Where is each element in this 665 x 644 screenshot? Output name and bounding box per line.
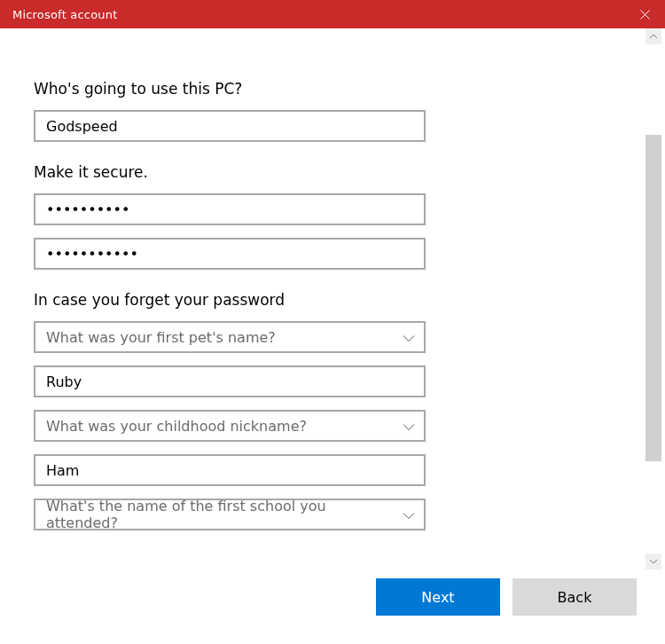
security-question-2-select[interactable]: What was your childhood nickname? <box>34 410 426 442</box>
password-input[interactable] <box>34 193 426 225</box>
chevron-down-icon <box>403 507 415 523</box>
chevron-down-icon <box>403 418 415 435</box>
chevron-down-icon <box>649 559 658 564</box>
scrollbar-thumb[interactable] <box>645 135 661 461</box>
password-label: Make it secure. <box>34 163 426 181</box>
username-input[interactable] <box>34 110 426 142</box>
chevron-down-icon <box>403 329 415 346</box>
scroll-up-arrow[interactable] <box>645 28 661 44</box>
next-button[interactable]: Next <box>376 578 500 616</box>
password-confirm-input[interactable] <box>34 238 426 270</box>
security-question-1-text: What was your first pet's name? <box>46 329 276 346</box>
security-question-1-select[interactable]: What was your first pet's name? <box>34 321 426 353</box>
chevron-up-icon <box>649 34 658 39</box>
window-title: Microsoft account <box>12 8 625 21</box>
security-answer-1-input[interactable] <box>34 365 426 397</box>
form-area: Who's going to use this PC? Make it secu… <box>0 28 665 569</box>
scroll-down-arrow[interactable] <box>645 554 661 569</box>
security-question-2-text: What was your childhood nickname? <box>46 418 307 435</box>
back-button[interactable]: Back <box>512 578 637 616</box>
security-answer-2-input[interactable] <box>34 454 426 486</box>
titlebar: Microsoft account <box>0 0 665 28</box>
security-question-3-select[interactable]: What's the name of the first school you … <box>34 499 426 530</box>
close-button[interactable] <box>625 0 665 28</box>
security-question-3-text: What's the name of the first school you … <box>46 498 388 531</box>
username-label: Who's going to use this PC? <box>34 80 426 98</box>
recovery-label: In case you forget your password <box>34 291 426 309</box>
scrollbar[interactable] <box>645 28 661 569</box>
button-row: Next Back <box>376 578 637 616</box>
close-icon <box>640 10 650 20</box>
